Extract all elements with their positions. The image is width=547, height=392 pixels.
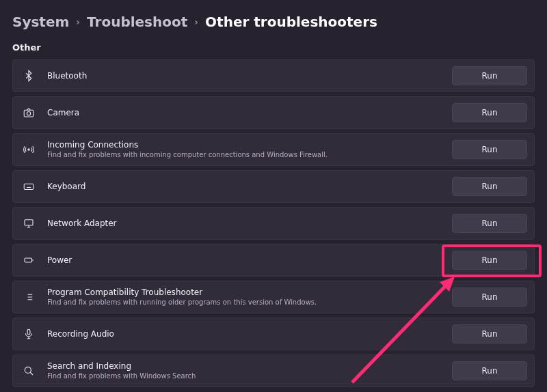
search-icon — [18, 365, 39, 377]
row-text: Camera — [47, 108, 444, 118]
row-title: Camera — [47, 108, 444, 118]
row-text: Bluetooth — [47, 71, 444, 81]
troubleshooter-row-power[interactable]: Power Run — [12, 244, 535, 277]
battery-icon — [18, 254, 39, 266]
troubleshooter-row-network-adapter[interactable]: Network Adapter Run — [12, 207, 535, 240]
bluetooth-icon — [18, 70, 39, 82]
microphone-icon — [18, 328, 39, 340]
run-button-recording-audio[interactable]: Run — [452, 324, 527, 344]
camera-icon — [18, 107, 39, 119]
row-title: Network Adapter — [47, 219, 444, 229]
row-text: Incoming Connections Find and fix proble… — [47, 140, 444, 159]
row-title: Keyboard — [47, 182, 444, 192]
row-title: Power — [47, 255, 444, 266]
row-text: Recording Audio — [47, 329, 444, 339]
svg-point-7 — [25, 367, 31, 373]
row-text: Keyboard — [47, 182, 444, 192]
row-title: Incoming Connections — [47, 140, 444, 150]
svg-rect-3 — [24, 184, 34, 189]
list-icon — [18, 291, 39, 303]
row-desc: Find and fix problems with running older… — [47, 298, 444, 307]
troubleshooter-row-search-indexing[interactable]: Search and Indexing Find and fix problem… — [12, 354, 535, 387]
section-header-other: Other — [0, 34, 547, 55]
troubleshooter-row-incoming-connections[interactable]: Incoming Connections Find and fix proble… — [12, 133, 535, 166]
svg-rect-4 — [25, 220, 33, 225]
breadcrumb-system[interactable]: System — [12, 14, 69, 30]
chevron-right-icon: › — [194, 16, 198, 27]
run-button-bluetooth[interactable]: Run — [452, 66, 527, 85]
signal-icon — [18, 143, 39, 156]
breadcrumb: System › Troubleshoot › Other troublesho… — [0, 0, 547, 34]
troubleshooter-row-camera[interactable]: Camera Run — [12, 96, 535, 129]
troubleshooter-row-bluetooth[interactable]: Bluetooth Run — [12, 59, 535, 92]
row-title: Bluetooth — [47, 71, 444, 81]
keyboard-icon — [18, 180, 39, 193]
monitor-icon — [18, 217, 39, 229]
troubleshooter-list: Bluetooth Run Camera Run Incoming Connec… — [0, 59, 547, 387]
row-title: Recording Audio — [47, 329, 444, 339]
svg-point-1 — [27, 112, 30, 115]
run-button-power[interactable]: Run — [452, 251, 527, 270]
row-text: Network Adapter — [47, 219, 444, 229]
chevron-right-icon: › — [76, 16, 80, 27]
row-text: Search and Indexing Find and fix problem… — [47, 361, 444, 380]
svg-rect-0 — [24, 110, 34, 117]
row-title: Program Compatibility Troubleshooter — [47, 288, 444, 298]
run-button-keyboard[interactable]: Run — [452, 177, 527, 196]
run-button-search-indexing[interactable]: Run — [452, 361, 527, 380]
row-desc: Find and fix problems with Windows Searc… — [47, 372, 444, 380]
breadcrumb-other-troubleshooters: Other troubleshooters — [205, 14, 377, 30]
svg-point-2 — [28, 149, 29, 150]
run-button-incoming-connections[interactable]: Run — [452, 140, 527, 159]
row-text: Power — [47, 255, 444, 266]
troubleshooter-row-program-compatibility[interactable]: Program Compatibility Troubleshooter Fin… — [12, 281, 535, 313]
row-title: Search and Indexing — [47, 361, 444, 372]
troubleshooter-row-recording-audio[interactable]: Recording Audio Run — [12, 318, 535, 350]
run-button-camera[interactable]: Run — [452, 103, 527, 122]
row-text: Program Compatibility Troubleshooter Fin… — [47, 288, 444, 307]
svg-rect-5 — [25, 258, 32, 262]
troubleshooter-row-keyboard[interactable]: Keyboard Run — [12, 170, 535, 203]
run-button-network-adapter[interactable]: Run — [452, 214, 527, 233]
row-desc: Find and fix problems with incoming comp… — [47, 151, 444, 159]
run-button-program-compatibility[interactable]: Run — [452, 288, 527, 307]
breadcrumb-troubleshoot[interactable]: Troubleshoot — [87, 14, 187, 30]
svg-rect-6 — [27, 329, 30, 335]
